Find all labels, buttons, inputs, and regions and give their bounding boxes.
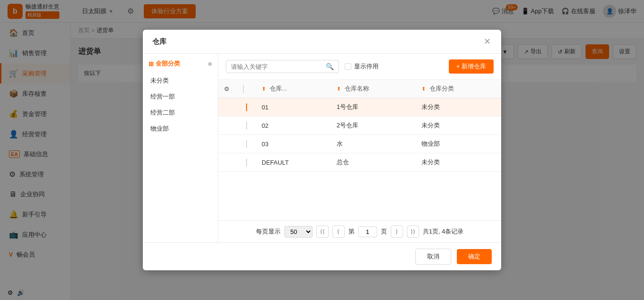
th-check [237, 80, 256, 98]
sort-icon-name: ⬆ [337, 86, 341, 92]
collapse-button[interactable]: « [208, 59, 212, 68]
modal-close-button[interactable]: ✕ [483, 36, 492, 47]
td-category-2: 未分类 [416, 117, 501, 135]
modal-footer: 取消 确定 [143, 242, 501, 270]
modal-right-panel: 🔍 显示停用 + 新增仓库 ⚙ [218, 54, 501, 242]
category-header-label: 全部分类 [156, 59, 180, 68]
td-name-4: 总仓 [331, 153, 416, 172]
last-page-button[interactable]: ⟩⟩ [407, 225, 419, 238]
table-body: 01 1号仓库 未分类 02 2号仓库 [218, 98, 501, 172]
table-row[interactable]: 03 水 物业部 [218, 135, 501, 153]
select-all-checkbox[interactable] [243, 85, 244, 93]
td-gear-3 [218, 135, 237, 153]
th-category: ⬆ 仓库分类 [416, 80, 501, 98]
td-code-3: 03 [256, 135, 331, 153]
row-checkbox-3[interactable] [246, 140, 247, 148]
table-row[interactable]: 01 1号仓库 未分类 [218, 98, 501, 117]
table-row[interactable]: 02 2号仓库 未分类 [218, 117, 501, 135]
new-warehouse-button[interactable]: + 新增仓库 [449, 59, 494, 74]
prev-page-button[interactable]: ⟨ [332, 225, 345, 238]
modal-header: 仓库 ✕ [143, 30, 501, 54]
modal-table-wrap: ⚙ ⬆ 仓库... ⬆ 仓库名称 [218, 80, 501, 220]
td-name-3: 水 [331, 135, 416, 153]
modal-category-header: ⊞ 全部分类 « [143, 59, 218, 73]
td-code-4: DEFAULT [256, 153, 331, 172]
show-disabled-label[interactable]: 显示停用 [345, 62, 379, 71]
total-info: 共1页, 4条记录 [423, 227, 464, 236]
td-category-1: 未分类 [416, 98, 501, 117]
category-item-property[interactable]: 物业部 [143, 121, 218, 137]
page-unit: 页 [381, 227, 387, 236]
td-category-3: 物业部 [416, 135, 501, 153]
category-item-uncategorized[interactable]: 未分类 [143, 73, 218, 89]
search-box: 🔍 [226, 60, 339, 73]
search-input[interactable] [226, 61, 321, 73]
th-gear: ⚙ [218, 80, 237, 98]
td-check-1[interactable] [237, 98, 256, 117]
td-code-1: 01 [256, 98, 331, 117]
search-icon[interactable]: 🔍 [321, 60, 339, 73]
row-checkbox-4[interactable] [246, 158, 247, 167]
sort-icon-category: ⬆ [421, 86, 426, 92]
show-disabled-text: 显示停用 [354, 62, 379, 71]
th-code: ⬆ 仓库... [256, 80, 331, 98]
td-gear-2 [218, 117, 237, 135]
modal-overlay: 仓库 ✕ ⊞ 全部分类 « 未分类 经营一部 [0, 0, 644, 300]
warehouse-table: ⚙ ⬆ 仓库... ⬆ 仓库名称 [218, 80, 501, 172]
td-gear-1 [218, 98, 237, 117]
per-page-select[interactable]: 50 20 100 [284, 226, 313, 238]
modal-title: 仓库 [152, 37, 166, 46]
first-page-button[interactable]: ⟨⟨ [316, 225, 329, 238]
td-gear-4 [218, 153, 237, 172]
td-code-2: 02 [256, 117, 331, 135]
page-input[interactable] [358, 226, 377, 237]
modal-category-panel: ⊞ 全部分类 « 未分类 经营一部 经营二部 物业部 [143, 54, 218, 242]
table-row[interactable]: DEFAULT 总仓 未分类 [218, 153, 501, 172]
show-disabled-checkbox[interactable] [345, 63, 351, 70]
td-name-1: 1号仓库 [331, 98, 416, 117]
th-name: ⬆ 仓库名称 [331, 80, 416, 98]
modal-body: ⊞ 全部分类 « 未分类 经营一部 经营二部 物业部 [143, 54, 501, 242]
cancel-button[interactable]: 取消 [415, 249, 451, 265]
table-header-row: ⚙ ⬆ 仓库... ⬆ 仓库名称 [218, 80, 501, 98]
td-category-4: 未分类 [416, 153, 501, 172]
td-check-2[interactable] [237, 117, 256, 135]
row-checkbox-2[interactable] [246, 122, 247, 130]
grid-icon: ⊞ [149, 60, 154, 67]
page-label: 第 [348, 227, 355, 236]
per-page-label: 每页显示 [256, 227, 281, 236]
category-item-ops1[interactable]: 经营一部 [143, 89, 218, 105]
td-name-2: 2号仓库 [331, 117, 416, 135]
td-check-3[interactable] [237, 135, 256, 153]
sort-icon-code: ⬆ [262, 86, 266, 92]
warehouse-modal: 仓库 ✕ ⊞ 全部分类 « 未分类 经营一部 [143, 30, 501, 270]
td-check-4[interactable] [237, 153, 256, 172]
modal-pagination: 每页显示 50 20 100 ⟨⟨ ⟨ 第 页 ⟩ ⟩⟩ 共1页, 4条记录 [218, 220, 501, 242]
confirm-button[interactable]: 确定 [457, 249, 492, 264]
next-page-button[interactable]: ⟩ [391, 225, 403, 238]
modal-toolbar: 🔍 显示停用 + 新增仓库 [218, 54, 501, 80]
category-item-ops2[interactable]: 经营二部 [143, 105, 218, 121]
row-checkbox-1[interactable] [246, 103, 247, 111]
table-head: ⚙ ⬆ 仓库... ⬆ 仓库名称 [218, 80, 501, 98]
